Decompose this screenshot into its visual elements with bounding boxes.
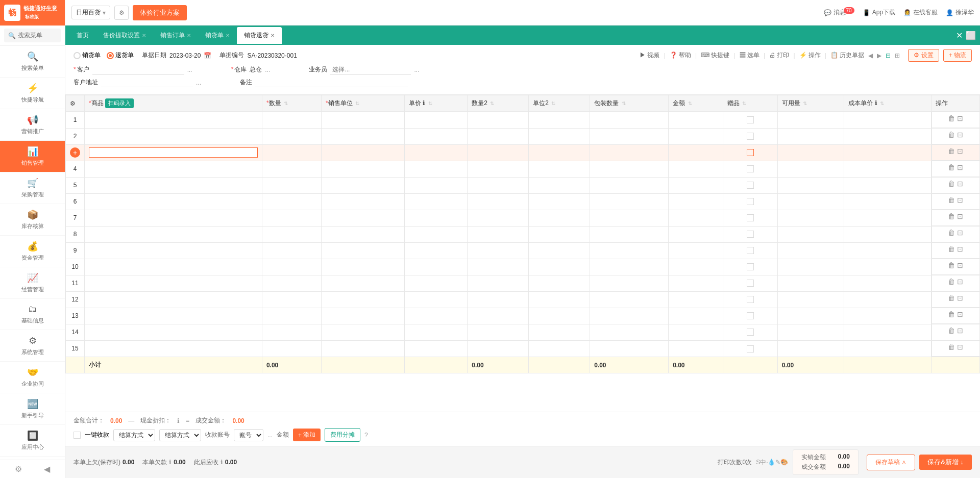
app-download-button[interactable]: 📱 App下载 [863, 8, 895, 17]
gift-checkbox-1[interactable] [747, 116, 754, 123]
sidebar-collapse-button[interactable]: ◀ [44, 464, 50, 474]
delete-row-10[interactable]: 🗑 [948, 261, 955, 272]
copy-row-12[interactable]: ⊡ [957, 294, 963, 305]
copy-row-1[interactable]: ⊡ [957, 114, 963, 125]
delete-row-15[interactable]: 🗑 [948, 343, 955, 354]
copy-row-3[interactable]: ⊡ [957, 147, 963, 158]
gift-checkbox-9[interactable] [747, 247, 754, 254]
copy-row-13[interactable]: ⊡ [957, 310, 963, 321]
copy-row-10[interactable]: ⊡ [957, 261, 963, 272]
delete-row-8[interactable]: 🗑 [948, 229, 955, 240]
sidebar-item-finance[interactable]: 💰资金管理 [0, 236, 65, 267]
copy-row-8[interactable]: ⊡ [957, 229, 963, 240]
salesperson-input[interactable] [330, 65, 411, 74]
pack-sort[interactable]: ⇅ [622, 100, 626, 106]
expense-split-btn[interactable]: 费用分摊 [325, 428, 360, 442]
sidebar-item-marketing[interactable]: 📢营销推广 [0, 109, 65, 141]
salesperson-dots[interactable]: ... [414, 66, 419, 73]
copy-row-2[interactable]: ⊡ [957, 131, 963, 142]
gift-checkbox-11[interactable] [747, 280, 754, 287]
account-select[interactable]: 账号 [234, 429, 263, 441]
sidebar-item-enterprise[interactable]: 🤝企业协同 [0, 362, 65, 393]
sidebar-item-system[interactable]: ⚙系统管理 [0, 330, 65, 362]
one-click-pay-checkbox[interactable] [74, 432, 81, 439]
customer-dots[interactable]: ... [187, 66, 192, 73]
delete-row-14[interactable]: 🗑 [948, 326, 955, 338]
list-view-icon[interactable]: ⊟ [886, 52, 891, 59]
tab-home[interactable]: 首页 [69, 27, 96, 44]
sidebar-item-search[interactable]: 🔍搜索菜单 [0, 46, 65, 78]
gift-checkbox-7[interactable] [747, 214, 754, 221]
gift-checkbox-6[interactable] [747, 198, 754, 205]
tab-sales-order[interactable]: 销售订单✕ [153, 27, 198, 44]
video-btn[interactable]: ▶ 视频 [640, 51, 659, 60]
delete-row-12[interactable]: 🗑 [948, 294, 955, 305]
avail-sort[interactable]: ⇅ [803, 100, 807, 106]
tab-close-sales-delivery[interactable]: ✕ [226, 33, 230, 38]
tab-sales-return[interactable]: 销货退货✕ [237, 27, 282, 44]
sidebar-item-inventory[interactable]: 📦库存核算 [0, 204, 65, 236]
sidebar-item-basic[interactable]: 🗂基础信息 [0, 299, 65, 330]
delete-row-7[interactable]: 🗑 [948, 212, 955, 223]
address-input[interactable] [101, 78, 193, 87]
gift-checkbox-15[interactable] [747, 345, 754, 353]
cost-sort[interactable]: ⇅ [880, 100, 884, 106]
copy-row-5[interactable]: ⊡ [957, 180, 963, 191]
radio-delivery[interactable]: 销货单 [74, 51, 101, 60]
gift-checkbox-4[interactable] [747, 165, 754, 172]
copy-row-9[interactable]: ⊡ [957, 245, 963, 256]
delete-row-13[interactable]: 🗑 [948, 310, 955, 321]
tab-close-sales-order[interactable]: ✕ [187, 33, 191, 38]
help-btn[interactable]: ❓ 帮助 [670, 51, 691, 60]
category-selector[interactable]: 日用百货 ▾ [71, 6, 110, 19]
settings-action-btn[interactable]: ⚙ 设置 [908, 49, 939, 62]
history-btn[interactable]: 📋 历史单据 [830, 51, 864, 60]
delete-row-4[interactable]: 🗑 [948, 163, 955, 174]
user-profile-button[interactable]: 👤 徐泽华 [946, 8, 974, 17]
add-payment-btn[interactable]: + 添加 [293, 429, 321, 441]
warehouse-dots[interactable]: ... [265, 66, 270, 73]
save-new-button[interactable]: 保存&新增 ↓ [919, 455, 972, 470]
copy-row-7[interactable]: ⊡ [957, 212, 963, 223]
tab-sales-delivery[interactable]: 销货单✕ [198, 27, 237, 44]
shortcut-btn[interactable]: ⌨ 快捷键 [701, 51, 729, 60]
tab-maximize-btn[interactable]: ⬜ [966, 31, 976, 40]
gift-checkbox-5[interactable] [747, 182, 754, 189]
unit2-sort[interactable]: ⇅ [551, 100, 555, 106]
header-settings-button[interactable]: ⚙ [114, 6, 129, 20]
price-sort[interactable]: ⇅ [428, 100, 432, 106]
col-settings[interactable]: ⚙ [66, 95, 85, 112]
qty2-sort[interactable]: ⇅ [490, 100, 494, 106]
logistics-action-btn[interactable]: + 物流 [943, 49, 972, 62]
tab-price-settings[interactable]: 售价提取设置✕ [96, 27, 153, 44]
gift-checkbox-10[interactable] [747, 263, 754, 270]
copy-row-15[interactable]: ⊡ [957, 343, 963, 354]
sidebar-settings-button[interactable]: ⚙ [15, 464, 22, 474]
next-icon[interactable]: ▶ [877, 52, 881, 59]
grid-view-icon[interactable]: ⊞ [895, 52, 900, 59]
delete-row-3[interactable]: 🗑 [948, 147, 955, 158]
prev-icon[interactable]: ◀ [868, 52, 873, 59]
delete-row-11[interactable]: 🗑 [948, 278, 955, 289]
copy-row-4[interactable]: ⊡ [957, 163, 963, 174]
add-row-btn[interactable]: + [70, 147, 80, 158]
gift-checkbox-8[interactable] [747, 231, 754, 238]
product-input-3[interactable] [89, 147, 258, 158]
sidebar-item-apps[interactable]: 🔲应用中心 [0, 425, 65, 457]
settlement-method-select[interactable]: 结算方式 [113, 429, 155, 441]
calendar-icon[interactable]: 📅 [204, 52, 211, 59]
remark-input[interactable] [255, 78, 408, 87]
online-service-button[interactable]: 👩‍💼 在线客服 [903, 8, 938, 17]
gift-checkbox-14[interactable] [747, 329, 754, 336]
account-method-select[interactable]: 结算方式 [159, 429, 201, 441]
trial-plan-button[interactable]: 体验行业方案 [133, 5, 187, 20]
delete-row-9[interactable]: 🗑 [948, 245, 955, 256]
gift-checkbox-2[interactable] [747, 133, 754, 140]
operate-btn[interactable]: ⚡ 操作 [799, 51, 821, 60]
address-dots[interactable]: ... [196, 79, 201, 86]
sidebar-item-shortcut[interactable]: ⚡快捷导航 [0, 78, 65, 109]
message-button[interactable]: 💬 消息 70 [824, 8, 854, 17]
amount-sort[interactable]: ⇅ [688, 100, 692, 106]
expense-help-icon[interactable]: ? [364, 432, 368, 439]
save-draft-button[interactable]: 保存草稿 ∧ [867, 455, 915, 470]
